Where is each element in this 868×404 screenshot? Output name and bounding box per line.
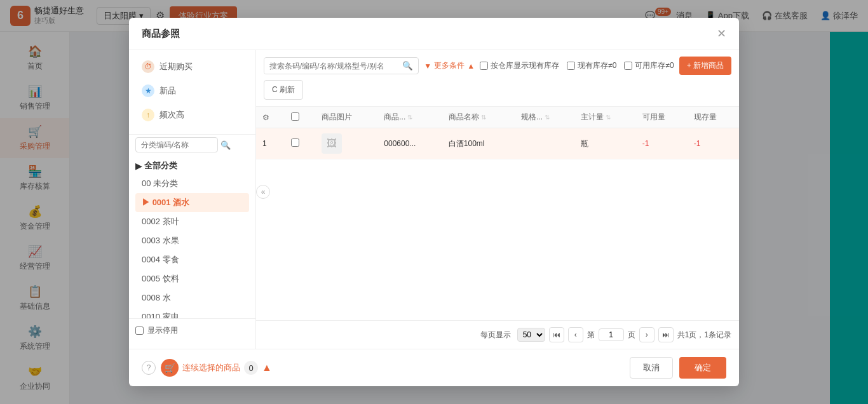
category-item-0008[interactable]: 0008 水 bbox=[135, 288, 249, 307]
filter-icon: ▼ bbox=[424, 62, 431, 71]
freq-icon: ↑ bbox=[142, 109, 154, 121]
all-categories[interactable]: ▶ 全部分类 bbox=[135, 158, 249, 174]
category-label: 0008 水 bbox=[142, 293, 171, 302]
cell-unit: 瓶 bbox=[574, 128, 636, 159]
category-label: 0004 零食 bbox=[142, 255, 179, 264]
next-page-button[interactable]: › bbox=[639, 327, 654, 342]
cart-collapse-icon[interactable]: ▲ bbox=[262, 362, 272, 374]
product-table: ⚙ 商品图片 商品... 商品名称 规格... 主计量 可用量 现存量 bbox=[256, 107, 739, 159]
cart-area[interactable]: 🛒 连续选择的商品 0 ▲ bbox=[161, 359, 272, 377]
category-search-input[interactable] bbox=[135, 137, 218, 152]
product-table-container: ⚙ 商品图片 商品... 商品名称 规格... 主计量 可用量 现存量 bbox=[256, 107, 739, 320]
refresh-button[interactable]: C 刷新 bbox=[264, 80, 303, 100]
help-button[interactable]: ? bbox=[142, 361, 156, 375]
page-number-input[interactable] bbox=[599, 328, 624, 341]
category-label: 0003 水果 bbox=[142, 236, 179, 245]
modal-title: 商品参照 bbox=[142, 28, 180, 40]
quick-new[interactable]: ★ 新品 bbox=[135, 81, 249, 101]
col-img: 商品图片 bbox=[315, 107, 378, 128]
show-disabled-checkbox[interactable] bbox=[135, 327, 144, 335]
category-item-0001[interactable]: ▶ 0001 酒水 bbox=[135, 193, 249, 212]
select-all-checkbox[interactable] bbox=[291, 112, 299, 121]
category-item-0002[interactable]: 0002 茶叶 bbox=[135, 212, 249, 231]
footer-right: 取消 确定 bbox=[630, 357, 726, 379]
search-bar: 🔍 bbox=[264, 57, 419, 74]
category-search-icon[interactable]: 🔍 bbox=[220, 140, 231, 150]
page-text: 第 bbox=[587, 330, 595, 340]
cart-count: 0 bbox=[244, 361, 258, 375]
checkbox-avail-nz-input[interactable] bbox=[624, 62, 632, 70]
category-expand-icon: ▶ bbox=[142, 198, 153, 207]
cell-img: 🖼 bbox=[315, 128, 378, 159]
col-unit[interactable]: 主计量 bbox=[574, 107, 636, 128]
pagination: 每页显示 50 ⏮ ‹ 第 页 › ⏭ 共1页，1条记录 bbox=[256, 320, 739, 349]
filter-button[interactable]: ▼ 更多条件 ▲ bbox=[424, 60, 475, 71]
show-disabled-label: 显示停用 bbox=[147, 325, 178, 336]
cell-code: 000600... bbox=[377, 128, 442, 159]
quick-access: ⏱ 近期购买 ★ 新品 ↑ 频次高 bbox=[129, 57, 255, 131]
category-search-area: 🔍 bbox=[129, 137, 255, 158]
checkbox-avail-nz[interactable]: 可用库存≠0 bbox=[624, 60, 674, 71]
per-page-select[interactable]: 50 bbox=[517, 328, 545, 342]
cell-stock: -1 bbox=[688, 128, 739, 159]
col-code[interactable]: 商品... bbox=[377, 107, 442, 128]
table-body: 1 🖼 000600... 白酒100ml 瓶 -1 -1 bbox=[256, 128, 739, 159]
modal-close-button[interactable]: ✕ bbox=[717, 27, 726, 41]
product-search-button[interactable]: 🔍 bbox=[397, 58, 418, 74]
checkbox-stock-nz[interactable]: 现有库存≠0 bbox=[567, 60, 616, 71]
first-page-button[interactable]: ⏮ bbox=[549, 327, 564, 342]
col-available: 可用量 bbox=[636, 107, 688, 128]
prev-page-button[interactable]: ‹ bbox=[568, 327, 583, 342]
product-modal: 商品参照 ✕ ⏱ 近期购买 ★ 新品 ↑ 频次高 bbox=[129, 18, 739, 386]
new-icon: ★ bbox=[142, 84, 154, 97]
last-page-button[interactable]: ⏭ bbox=[658, 327, 674, 342]
category-item-0005[interactable]: 0005 饮料 bbox=[135, 269, 249, 288]
cell-checkbox[interactable] bbox=[285, 128, 315, 159]
modal-body: ⏱ 近期购买 ★ 新品 ↑ 频次高 « bbox=[129, 50, 739, 349]
cell-name: 白酒100ml bbox=[442, 128, 515, 159]
table-head: ⚙ 商品图片 商品... 商品名称 规格... 主计量 可用量 现存量 bbox=[256, 107, 739, 128]
category-code: 00 未分类 bbox=[142, 178, 178, 188]
category-item-0003[interactable]: 0003 水果 bbox=[135, 231, 249, 250]
cancel-button[interactable]: 取消 bbox=[630, 357, 673, 379]
checkbox-warehouse[interactable]: 按仓库显示现有库存 bbox=[480, 60, 559, 71]
chevron-up-icon: ▲ bbox=[467, 62, 475, 71]
category-item-0004[interactable]: 0004 零食 bbox=[135, 250, 249, 269]
confirm-button[interactable]: 确定 bbox=[679, 357, 726, 379]
row-checkbox[interactable] bbox=[291, 138, 299, 147]
col-checkbox[interactable] bbox=[285, 107, 315, 128]
quick-recent[interactable]: ⏱ 近期购买 bbox=[135, 57, 249, 77]
product-image: 🖼 bbox=[322, 133, 342, 154]
page-unit: 页 bbox=[628, 330, 635, 340]
checkbox-warehouse-label: 按仓库显示现有库存 bbox=[491, 60, 559, 71]
col-spec[interactable]: 规格... bbox=[515, 107, 574, 128]
collapse-button[interactable]: « bbox=[256, 185, 270, 199]
category-item-00[interactable]: 00 未分类 bbox=[135, 174, 249, 193]
category-item-0010[interactable]: 0010 家电 bbox=[135, 307, 249, 318]
category-list: ▶ 全部分类 00 未分类 ▶ 0001 酒水 0002 茶叶 0003 水果 bbox=[129, 158, 255, 318]
filter-checkboxes: 按仓库显示现有库存 现有库存≠0 可用库存≠0 bbox=[480, 60, 674, 71]
clock-icon: ⏱ bbox=[142, 60, 154, 73]
modal-header: 商品参照 ✕ bbox=[129, 18, 739, 50]
left-panel: ⏱ 近期购买 ★ 新品 ↑ 频次高 « bbox=[129, 50, 256, 349]
checkbox-warehouse-input[interactable] bbox=[480, 62, 488, 70]
category-label: 0002 茶叶 bbox=[142, 217, 179, 226]
add-product-button[interactable]: + 新增商品 bbox=[679, 57, 731, 75]
col-name[interactable]: 商品名称 bbox=[442, 107, 515, 128]
category-label: 0005 饮料 bbox=[142, 274, 179, 283]
product-search-input[interactable] bbox=[264, 58, 397, 74]
per-page-label: 每页显示 bbox=[480, 330, 511, 340]
quick-new-label: 新品 bbox=[159, 85, 176, 97]
quick-freq[interactable]: ↑ 频次高 bbox=[135, 105, 249, 125]
table-row[interactable]: 1 🖼 000600... 白酒100ml 瓶 -1 -1 bbox=[256, 128, 739, 159]
modal-footer: ? 🛒 连续选择的商品 0 ▲ 取消 确定 bbox=[129, 349, 739, 386]
show-disabled-area: 显示停用 bbox=[129, 318, 255, 342]
category-label: 0010 家电 bbox=[142, 312, 179, 318]
checkbox-stock-nz-input[interactable] bbox=[567, 62, 575, 70]
cell-num: 1 bbox=[256, 128, 285, 159]
table-header-row: ⚙ 商品图片 商品... 商品名称 规格... 主计量 可用量 现存量 bbox=[256, 107, 739, 128]
cart-icon: 🛒 bbox=[161, 359, 179, 377]
col-settings[interactable]: ⚙ bbox=[256, 107, 285, 128]
filter-label: 更多条件 bbox=[434, 60, 465, 71]
right-panel: 🔍 ▼ 更多条件 ▲ 按仓库显示现有库存 现 bbox=[256, 50, 739, 349]
